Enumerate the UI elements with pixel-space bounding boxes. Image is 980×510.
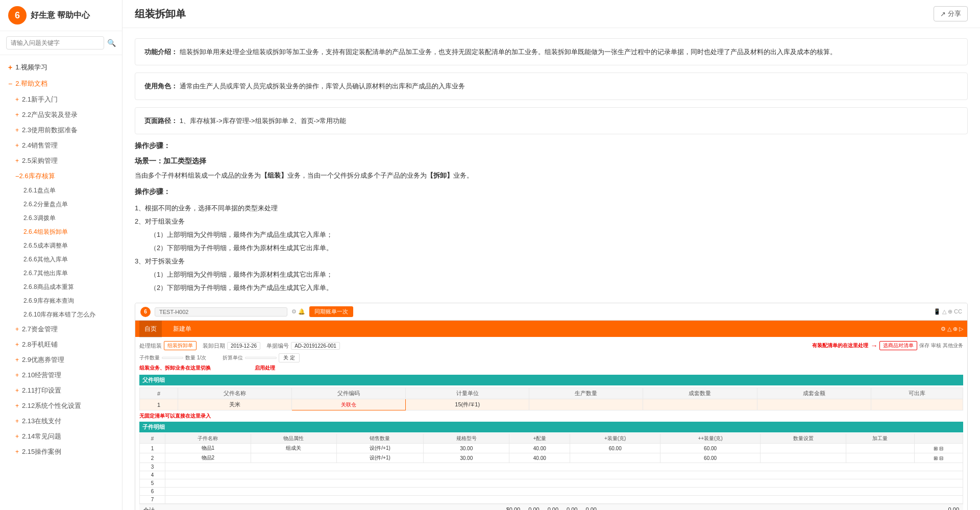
screenshot-annotation4-row: 无固定清单可以直接在这里录入 bbox=[139, 412, 963, 420]
bot-th-4: 销售数量 bbox=[336, 434, 424, 444]
top-td-1-2: 关米 bbox=[178, 399, 291, 410]
sidebar-item-label-2-3: 2.3使用前数据准备 bbox=[22, 126, 78, 135]
screenshot-sub-label: 子件数量 bbox=[139, 354, 160, 361]
screenshot-select-btn: 选商品对清单 bbox=[879, 341, 917, 350]
sidebar-item-other-in[interactable]: 2.6.6其他入库单 bbox=[0, 253, 122, 266]
summary-spacer2 bbox=[605, 506, 940, 510]
bot-td-1-11: ⊞ ⊟ bbox=[914, 444, 963, 453]
screenshot-right-icons: 📱 △ ⊕ CC bbox=[934, 308, 962, 315]
sidebar-item-cost-recalc[interactable]: 2.6.8商品成本重算 bbox=[0, 280, 122, 294]
sidebar-item-video[interactable]: + 1.视频学习 bbox=[0, 59, 122, 76]
screenshot-unit-field: 折算单位 关 定 bbox=[223, 353, 300, 362]
expand-icon-2-8: + bbox=[15, 341, 19, 348]
search-icon[interactable]: 🔍 bbox=[107, 39, 116, 47]
bot-td-1-2: 物品1 bbox=[165, 444, 251, 453]
bot-td-1-5: 30.00 bbox=[424, 444, 509, 453]
sidebar-item-print[interactable]: + 2.11打印设置 bbox=[0, 383, 122, 398]
sidebar-item-sales[interactable]: + 2.4销售管理 bbox=[0, 138, 122, 153]
bot-th-11 bbox=[914, 434, 963, 444]
sidebar-item-custom[interactable]: + 2.12系统个性化设置 bbox=[0, 398, 122, 414]
sidebar-item-data-prep[interactable]: + 2.3使用前数据准备 bbox=[0, 123, 122, 138]
grandchild-label-268: 2.6.8商品成本重算 bbox=[23, 283, 74, 290]
main-content: 组装拆卸单 ↗ 分享 功能介绍： 组装拆卸单用来处理企业组装或拆卸等加工业务，支… bbox=[122, 0, 980, 510]
scenario1-steps-title: 操作步骤： bbox=[135, 187, 968, 197]
step-3-1: （1）上部明细为父件明细，最终作为原材料生成其它出库单； bbox=[135, 268, 968, 281]
grandchild-label-261: 2.6.1盘点单 bbox=[23, 187, 56, 194]
sidebar-item-docs[interactable]: − 2.帮助文档 bbox=[0, 76, 122, 92]
grandchild-label-267: 2.6.7其他出库单 bbox=[23, 270, 68, 277]
sidebar-item-faq[interactable]: + 2.14常见问题 bbox=[0, 429, 122, 444]
sidebar-item-newbie[interactable]: + 2.1新手入门 bbox=[0, 92, 122, 107]
sidebar-item-label-2-10: 2.10经营管理 bbox=[22, 371, 61, 380]
summary-label: 合计 bbox=[143, 506, 155, 510]
summary-val6: 0.00 bbox=[948, 506, 959, 510]
share-icon: ↗ bbox=[940, 10, 946, 18]
top-th-4: 计量单位 bbox=[406, 388, 529, 399]
screenshot-annotation2: 组装业务、拆卸业务在这里切换 bbox=[139, 365, 211, 372]
bot-td-2-1: 2 bbox=[140, 453, 165, 463]
top-td-1-7 bbox=[757, 399, 871, 410]
nav-tree: + 1.视频学习 − 2.帮助文档 + 2.1新手入门 + 2.2产品安装及登录 bbox=[0, 55, 122, 510]
sidebar-item-inventory[interactable]: − 2.6库存核算 bbox=[0, 168, 122, 184]
bot-th-7: +装量(克) bbox=[570, 434, 660, 444]
sidebar-item-assembly[interactable]: 2.6.4组装拆卸单 bbox=[0, 225, 122, 239]
screenshot-confirm-btn: 关 定 bbox=[279, 353, 300, 362]
expand-icon-2-7: + bbox=[15, 326, 19, 333]
sidebar-item-ops[interactable]: + 2.10经营管理 bbox=[0, 368, 122, 383]
sidebar-item-transfer[interactable]: 2.6.3调拨单 bbox=[0, 211, 122, 225]
expand-icon-2-14: + bbox=[15, 433, 19, 440]
expand-icon-2-5: + bbox=[15, 157, 19, 164]
sidebar-item-coupon[interactable]: + 2.9优惠券管理 bbox=[0, 352, 122, 368]
bot-td-2-6: 40.00 bbox=[509, 453, 570, 463]
bot-td-1-3: 组成关 bbox=[251, 444, 336, 453]
screenshot-annotation2-text-row: 组装业务、拆卸业务在这里切换 启用处理 bbox=[139, 365, 963, 372]
sidebar-item-ledger-query[interactable]: 2.6.9库存账本查询 bbox=[0, 294, 122, 308]
search-input[interactable] bbox=[6, 36, 104, 50]
role-text: 通常由生产人员或库管人员完成拆装业务的操作，库管人员确认原材料的出库和产成品的入… bbox=[180, 82, 465, 90]
top-bar: 组装拆卸单 ↗ 分享 bbox=[122, 0, 980, 28]
summary-val3: 0.00 bbox=[548, 506, 558, 510]
screenshot-unit-label: 折算单位 bbox=[223, 354, 243, 361]
bot-td-1-6: 40.00 bbox=[509, 444, 570, 453]
sidebar-item-cost-adjust[interactable]: 2.6.5成本调整单 bbox=[0, 239, 122, 253]
sidebar-item-partial-stocktake[interactable]: 2.6.2分量盘点单 bbox=[0, 198, 122, 211]
sidebar-item-purchase[interactable]: + 2.5采购管理 bbox=[0, 153, 122, 168]
summary-val1: $0.00 bbox=[506, 506, 521, 510]
top-th-5: 生产数量 bbox=[529, 388, 643, 399]
expand-icon-2-15: + bbox=[15, 448, 19, 455]
grandchild-label-264: 2.6.4组装拆卸单 bbox=[23, 228, 68, 235]
sidebar-item-ledger-fix[interactable]: 2.6.10库存账本错了怎么办 bbox=[0, 308, 122, 322]
screenshot-annotation4: 无固定清单可以直接在这里录入 bbox=[139, 412, 211, 420]
sidebar-item-label-2-14: 2.14常见问题 bbox=[22, 432, 61, 441]
screenshot-field-no: 单据编号 AD-20191226-001 bbox=[266, 342, 340, 350]
share-button[interactable]: ↗ 分享 bbox=[934, 6, 968, 21]
bot-th-3: 物品属性 bbox=[251, 434, 336, 444]
sidebar-item-install[interactable]: + 2.2产品安装及登录 bbox=[0, 107, 122, 123]
expand-icon-2-10: + bbox=[15, 372, 19, 379]
screenshot-field-type: 处理组装 组装拆卸单 bbox=[139, 341, 197, 350]
screenshot-topbar: 6 TEST-H002 ⚙ 🔔 同期账单一次 📱 △ ⊕ CC bbox=[135, 303, 967, 321]
bot-th-6: +配量 bbox=[509, 434, 570, 444]
screenshot-date-label: 装卸日期 bbox=[203, 342, 225, 350]
screenshot-annotation2-row: 子件数量 数量 1/次 折算单位 关 定 bbox=[139, 353, 963, 362]
sidebar-item-label-2-9: 2.9优惠券管理 bbox=[22, 355, 64, 365]
sidebar-header: 6 好生意 帮助中心 bbox=[0, 0, 122, 31]
bot-td-1-1: 1 bbox=[140, 444, 165, 453]
sidebar-item-finance[interactable]: + 2.7资金管理 bbox=[0, 322, 122, 337]
sidebar-item-label-2-13: 2.13在线支付 bbox=[22, 417, 61, 426]
sidebar-item-stocktake[interactable]: 2.6.1盘点单 bbox=[0, 184, 122, 198]
screenshot-sub-fields: 子件数量 数量 1/次 bbox=[139, 354, 206, 361]
sidebar-item-payment[interactable]: + 2.13在线支付 bbox=[0, 414, 122, 429]
screenshot-content: 处理组装 组装拆卸单 装卸日期 2019-12-26 单据编号 AD-20191… bbox=[135, 337, 967, 510]
screenshot-summary: 合计 $0.00 0.00 0.00 0.00 0.00 0.00 bbox=[139, 504, 963, 510]
sidebar-item-other-out[interactable]: 2.6.7其他出库单 bbox=[0, 266, 122, 280]
sidebar-item-mobile[interactable]: + 2.8手机旺铺 bbox=[0, 337, 122, 352]
nav-section-1: + 1.视频学习 bbox=[0, 59, 122, 76]
top-td-1-8 bbox=[871, 399, 963, 410]
step-2-2: （2）下部明细为子件明细，最终作为原材料生成其它出库单。 bbox=[135, 241, 968, 255]
sidebar-item-cases[interactable]: + 2.15操作案例 bbox=[0, 444, 122, 459]
search-bar: 🔍 bbox=[0, 31, 122, 55]
bot-td-6-rest bbox=[165, 488, 963, 496]
screenshot-bottom-table: # 子件名称 物品属性 销售数量 规格型号 +配量 +装量(克) ++装量(克)… bbox=[139, 433, 963, 504]
expand-icon-2-9: + bbox=[15, 356, 19, 363]
